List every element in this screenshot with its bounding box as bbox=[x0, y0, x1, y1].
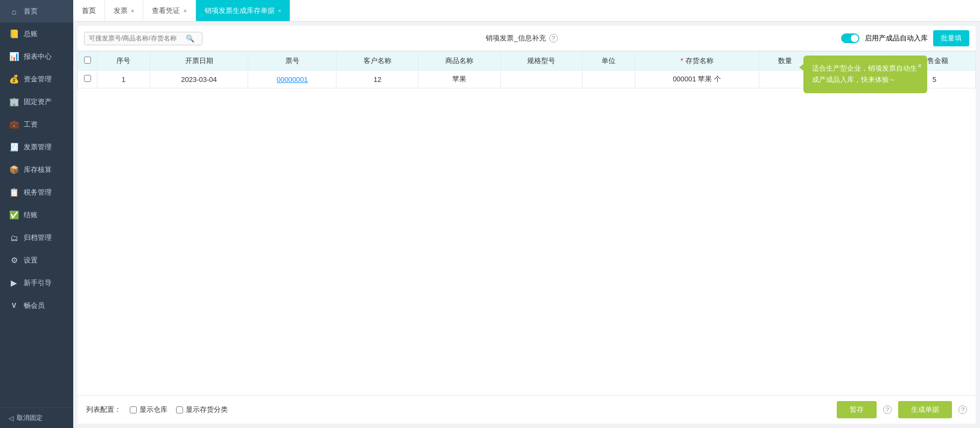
generate-button[interactable]: 生成单据 bbox=[898, 401, 952, 418]
tab-view-voucher-close[interactable]: × bbox=[183, 8, 186, 14]
settings-icon: ⚙ bbox=[9, 256, 19, 265]
cancel-pin-label: 取消固定 bbox=[17, 413, 43, 423]
th-seq: 序号 bbox=[97, 52, 150, 71]
row-unit bbox=[582, 71, 635, 88]
sidebar-item-tax[interactable]: 📋 税务管理 bbox=[0, 181, 73, 204]
info-help-icon[interactable]: ? bbox=[549, 34, 558, 43]
cancel-pin-button[interactable]: ◁ 取消固定 bbox=[0, 408, 73, 428]
sidebar-item-fixed-asset[interactable]: 🏢 固定资产 bbox=[0, 91, 73, 113]
sidebar-item-label: 结账 bbox=[24, 210, 38, 220]
toolbar: 🔍 销项发票_信息补充 ? 启用产成品自动入库 批量填 bbox=[78, 26, 976, 51]
invoice-icon: 🧾 bbox=[9, 142, 19, 152]
toolbar-center: 销项发票_信息补充 ? bbox=[486, 33, 557, 43]
toolbar-left: 🔍 bbox=[84, 32, 202, 45]
bottom-bar: 列表配置： 显示仓库 显示存货分类 暂存 ? 生成单据 ? bbox=[78, 395, 976, 424]
sidebar-item-vip[interactable]: V 畅会员 bbox=[0, 294, 73, 317]
tooltip-popup: × 适合生产型企业，销项发票自动生成产成品入库，快来体验～ bbox=[803, 56, 927, 93]
info-label: 销项发票_信息补充 bbox=[486, 33, 545, 43]
toolbar-right: 启用产成品自动入库 批量填 bbox=[841, 30, 969, 46]
tab-invoice-close[interactable]: × bbox=[131, 8, 134, 14]
search-input[interactable] bbox=[89, 34, 186, 42]
tab-invoice[interactable]: 发票 × bbox=[105, 0, 143, 21]
sidebar-item-ledger[interactable]: 📒 总账 bbox=[0, 23, 73, 45]
sidebar-item-home[interactable]: ⌂ 首页 bbox=[0, 0, 73, 23]
row-checkbox[interactable] bbox=[84, 75, 91, 82]
tab-sales-inventory-close[interactable]: × bbox=[278, 8, 281, 14]
show-warehouse-label[interactable]: 显示仓库 bbox=[130, 405, 167, 415]
tab-view-voucher[interactable]: 查看凭证 × bbox=[143, 0, 195, 21]
th-unit: 单位 bbox=[582, 52, 635, 71]
tab-bar: 首页 发票 × 查看凭证 × 销项发票生成库存单据 × bbox=[73, 0, 980, 22]
batch-fill-button[interactable]: 批量填 bbox=[933, 30, 969, 46]
sidebar-item-label: 设置 bbox=[24, 256, 38, 265]
sidebar-item-settlement[interactable]: ✅ 结账 bbox=[0, 204, 73, 226]
search-icon[interactable]: 🔍 bbox=[186, 34, 194, 43]
save-help-icon[interactable]: ? bbox=[883, 405, 892, 414]
sidebar-item-label: 工资 bbox=[24, 120, 38, 129]
tooltip-close-button[interactable]: × bbox=[918, 60, 922, 72]
th-number: 票号 bbox=[248, 52, 337, 71]
guide-icon: ▶ bbox=[9, 278, 19, 288]
row-product: 苹果 bbox=[418, 71, 500, 88]
report-icon: 📊 bbox=[9, 52, 19, 61]
bottom-left: 列表配置： 显示仓库 显示存货分类 bbox=[86, 405, 228, 415]
select-all-checkbox[interactable] bbox=[84, 57, 91, 64]
row-seq: 1 bbox=[97, 71, 150, 88]
toggle-slider bbox=[841, 33, 859, 43]
pin-icon: ◁ bbox=[9, 415, 13, 422]
sidebar-item-label: 固定资产 bbox=[24, 97, 52, 107]
sidebar-item-label: 新手引导 bbox=[24, 278, 52, 288]
sidebar-item-wage[interactable]: 💼 工资 bbox=[0, 113, 73, 136]
th-customer: 客户名称 bbox=[337, 52, 418, 71]
sidebar-item-label: 税务管理 bbox=[24, 188, 52, 197]
toggle-label: 启用产成品自动入库 bbox=[865, 33, 928, 43]
sidebar-item-label: 归档管理 bbox=[24, 233, 52, 243]
ledger-icon: 📒 bbox=[9, 29, 19, 39]
sidebar-item-label: 资金管理 bbox=[24, 74, 52, 84]
tab-home[interactable]: 首页 bbox=[73, 0, 105, 21]
th-product: 商品名称 bbox=[418, 52, 500, 71]
sidebar-item-archive[interactable]: 🗂 归档管理 bbox=[0, 226, 73, 249]
tab-home-label: 首页 bbox=[82, 6, 96, 16]
sidebar-item-report[interactable]: 📊 报表中心 bbox=[0, 45, 73, 68]
sidebar-item-invoice-mgmt[interactable]: 🧾 发票管理 bbox=[0, 136, 73, 158]
archive-icon: 🗂 bbox=[9, 233, 19, 243]
table-container: 序号 开票日期 票号 客户名称 商品名称 规格型号 单位 存货名称 数量 销售单… bbox=[78, 51, 976, 395]
show-category-label[interactable]: 显示存货分类 bbox=[176, 405, 228, 415]
tab-view-voucher-label: 查看凭证 bbox=[152, 6, 180, 16]
sidebar-item-inventory[interactable]: 📦 库存核算 bbox=[0, 158, 73, 181]
tab-invoice-label: 发票 bbox=[114, 6, 128, 16]
main-area: 首页 发票 × 查看凭证 × 销项发票生成库存单据 × 🔍 销项发票_信息补充 bbox=[73, 0, 980, 428]
show-category-checkbox[interactable] bbox=[176, 406, 183, 413]
fund-icon: 💰 bbox=[9, 74, 19, 84]
tab-sales-inventory[interactable]: 销项发票生成库存单据 × bbox=[196, 0, 290, 21]
sidebar-item-guide[interactable]: ▶ 新手引导 bbox=[0, 272, 73, 294]
sidebar-item-label: 总账 bbox=[24, 29, 38, 39]
sidebar-item-label: 发票管理 bbox=[24, 142, 52, 152]
row-checkbox-cell[interactable] bbox=[78, 71, 97, 88]
tax-icon: 📋 bbox=[9, 188, 19, 197]
generate-help-icon[interactable]: ? bbox=[958, 405, 967, 414]
sidebar: ⌂ 首页 📒 总账 📊 报表中心 💰 资金管理 🏢 固定资产 💼 工资 🧾 发票… bbox=[0, 0, 73, 428]
settlement-icon: ✅ bbox=[9, 210, 19, 220]
sidebar-item-fund[interactable]: 💰 资金管理 bbox=[0, 68, 73, 91]
th-checkbox bbox=[78, 52, 97, 71]
inventory-icon: 📦 bbox=[9, 165, 19, 175]
row-number[interactable]: 00000001 bbox=[248, 71, 337, 88]
show-warehouse-checkbox[interactable] bbox=[130, 406, 137, 413]
wage-icon: 💼 bbox=[9, 120, 19, 129]
sidebar-item-settings[interactable]: ⚙ 设置 bbox=[0, 249, 73, 272]
page-body: 🔍 销项发票_信息补充 ? 启用产成品自动入库 批量填 bbox=[78, 26, 976, 424]
row-date: 2023-03-04 bbox=[150, 71, 248, 88]
search-box[interactable]: 🔍 bbox=[84, 32, 202, 45]
save-button[interactable]: 暂存 bbox=[837, 401, 877, 418]
vip-icon: V bbox=[9, 302, 19, 309]
tab-sales-inventory-label: 销项发票生成库存单据 bbox=[205, 6, 275, 16]
home-icon: ⌂ bbox=[9, 7, 19, 16]
sidebar-item-label: 库存核算 bbox=[24, 165, 52, 175]
sidebar-bottom: ◁ 取消固定 bbox=[0, 408, 73, 428]
sidebar-item-label: 报表中心 bbox=[24, 52, 52, 61]
row-inventory: 000001 苹果 个 bbox=[635, 71, 759, 88]
tooltip-text: 适合生产型企业，销项发票自动生成产成品入库，快来体验～ bbox=[812, 64, 917, 84]
auto-warehouse-toggle[interactable] bbox=[841, 33, 859, 43]
